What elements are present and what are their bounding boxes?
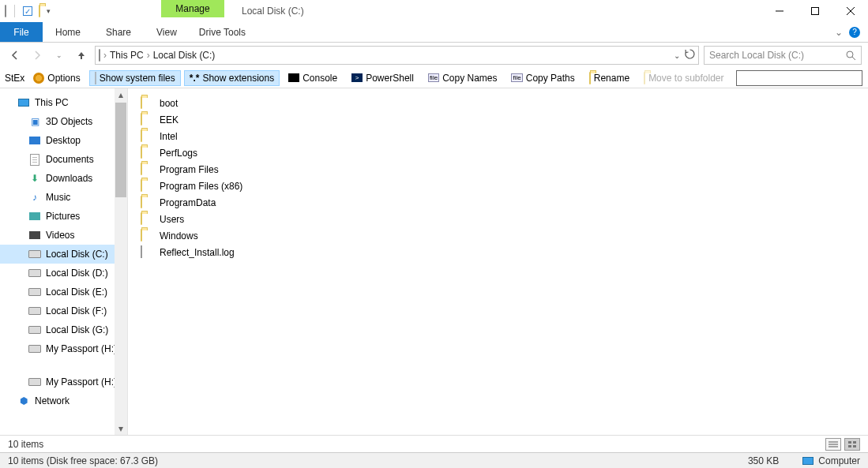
file-item[interactable]: ProgramData xyxy=(141,194,855,211)
tree-item-videos[interactable]: Videos xyxy=(0,226,127,245)
console-button[interactable]: Console xyxy=(283,70,343,86)
up-button[interactable] xyxy=(73,47,90,64)
stex-text-input[interactable] xyxy=(736,70,862,86)
chevron-right-icon[interactable]: › xyxy=(103,50,107,61)
copy-path-icon: file xyxy=(511,73,522,82)
manage-tab[interactable]: Manage xyxy=(161,0,224,17)
tree-scrollbar[interactable]: ▴ ▾ xyxy=(115,88,127,435)
file-name: EEK xyxy=(160,114,178,125)
details-view-button[interactable] xyxy=(825,438,841,451)
tree-item-pictures[interactable]: Pictures xyxy=(0,207,127,226)
file-item[interactable]: Program Files (x86) xyxy=(141,178,855,194)
tree-item-label: Videos xyxy=(46,230,74,241)
icons-view-button[interactable] xyxy=(844,438,860,451)
breadcrumb-local-disk[interactable]: Local Disk (C:) xyxy=(153,50,216,61)
close-button[interactable] xyxy=(832,0,868,22)
powershell-button[interactable]: > PowerShell xyxy=(346,70,419,86)
move-subfolder-button: Move to subfolder xyxy=(638,70,729,86)
file-item[interactable]: Users xyxy=(141,211,855,227)
search-icon xyxy=(846,51,856,61)
back-button[interactable] xyxy=(6,47,24,64)
refresh-icon[interactable] xyxy=(685,49,695,62)
file-item[interactable]: Reflect_Install.log xyxy=(141,244,855,260)
tab-drive-tools[interactable]: Drive Tools xyxy=(190,22,255,42)
console-icon xyxy=(288,73,299,82)
file-icon xyxy=(95,73,96,84)
gear-icon xyxy=(33,73,44,84)
folder-icon xyxy=(141,97,153,110)
tree-item-downloads[interactable]: ⬇Downloads xyxy=(0,169,127,188)
scroll-down-icon[interactable]: ▾ xyxy=(115,422,127,435)
svg-rect-10 xyxy=(853,441,856,444)
powershell-icon: > xyxy=(351,73,363,82)
svg-point-4 xyxy=(847,51,853,58)
file-item[interactable]: Windows xyxy=(141,227,855,244)
tree-item-label: My Passport (H:) xyxy=(46,376,117,388)
address-dropdown-icon[interactable]: ⌄ xyxy=(674,51,680,60)
tree-item-local-disk-c-[interactable]: Local Disk (C:) xyxy=(0,245,127,264)
tab-home[interactable]: Home xyxy=(43,22,93,42)
tree-item-music[interactable]: ♪Music xyxy=(0,188,127,207)
show-system-files-toggle[interactable]: Show system files xyxy=(89,70,181,86)
tree-item-local-disk-f-[interactable]: Local Disk (F:) xyxy=(0,301,127,320)
chevron-right-icon[interactable]: › xyxy=(147,50,150,61)
pic-icon xyxy=(28,210,41,223)
qat-checkbox-icon[interactable]: ✓ xyxy=(23,6,32,16)
folder-icon xyxy=(141,163,153,176)
tree-item-label: Local Disk (D:) xyxy=(46,268,108,279)
tree-item-network[interactable]: ⬢Network xyxy=(0,391,127,410)
breadcrumb-this-pc[interactable]: This PC xyxy=(110,50,144,61)
rename-button[interactable]: Rename xyxy=(584,70,635,86)
file-item[interactable]: Program Files xyxy=(141,161,855,178)
options-button[interactable]: Options xyxy=(28,70,85,86)
status-location: Computer xyxy=(818,455,860,466)
tree-item-3d-objects[interactable]: ▣3D Objects xyxy=(0,112,127,131)
copy-names-button[interactable]: file Copy Names xyxy=(423,70,503,86)
tree-item-this-pc[interactable]: This PC xyxy=(0,93,127,112)
status-size: 350 KB xyxy=(748,455,779,466)
music-icon: ♪ xyxy=(28,191,41,204)
copy-paths-button[interactable]: file Copy Paths xyxy=(505,70,580,86)
ribbon-expand-icon[interactable]: ⌄ xyxy=(835,27,843,38)
tree-item-local-disk-g-[interactable]: Local Disk (G:) xyxy=(0,320,127,339)
tree-item-desktop[interactable]: Desktop xyxy=(0,131,127,150)
search-input[interactable]: Search Local Disk (C:) xyxy=(704,46,862,65)
scroll-thumb[interactable] xyxy=(115,103,126,197)
recent-dropdown-icon[interactable]: ⌄ xyxy=(51,47,68,64)
folder-icon xyxy=(141,130,153,143)
minimize-button[interactable] xyxy=(761,0,797,22)
drive-icon xyxy=(28,248,41,260)
file-name: Reflect_Install.log xyxy=(160,247,235,258)
help-icon[interactable]: ? xyxy=(849,27,860,38)
tree-item-my-passport-h-[interactable]: My Passport (H:) xyxy=(0,339,127,358)
maximize-button[interactable] xyxy=(797,0,832,22)
monitor-icon xyxy=(17,96,30,109)
tree-item-label: Pictures xyxy=(46,211,80,222)
qat-dropdown-icon[interactable]: ▾ xyxy=(47,7,51,15)
stex-toolbar: StEx Options Show system files *.* Show … xyxy=(0,68,868,88)
drive-icon xyxy=(99,50,100,61)
item-count: 10 items xyxy=(8,439,43,450)
folder-icon xyxy=(141,213,153,226)
address-bar[interactable]: › This PC › Local Disk (C:) ⌄ xyxy=(95,46,699,65)
qat-folder-icon[interactable] xyxy=(39,6,40,17)
file-item[interactable]: Intel xyxy=(141,128,855,144)
tree-item-local-disk-d-[interactable]: Local Disk (D:) xyxy=(0,264,127,283)
tab-share[interactable]: Share xyxy=(93,22,144,42)
file-item[interactable]: EEK xyxy=(141,111,855,128)
file-item[interactable]: boot xyxy=(141,95,855,111)
tree-item-local-disk-e-[interactable]: Local Disk (E:) xyxy=(0,283,127,301)
forward-button[interactable] xyxy=(28,47,46,64)
file-item[interactable]: PerfLogs xyxy=(141,144,855,161)
tab-view[interactable]: View xyxy=(144,22,190,42)
show-extensions-toggle[interactable]: *.* Show extensions xyxy=(184,70,280,86)
drive-icon xyxy=(28,376,41,388)
tree-item-documents[interactable]: Documents xyxy=(0,150,127,169)
scroll-up-icon[interactable]: ▴ xyxy=(115,88,127,101)
file-list[interactable]: bootEEKIntelPerfLogsProgram FilesProgram… xyxy=(128,88,868,435)
tree-item-label: Downloads xyxy=(46,173,92,184)
file-name: ProgramData xyxy=(160,197,216,208)
tree-item-my-passport-h-[interactable]: My Passport (H:) xyxy=(0,373,127,391)
tree-item-label: This PC xyxy=(35,97,69,108)
file-tab[interactable]: File xyxy=(0,22,43,42)
